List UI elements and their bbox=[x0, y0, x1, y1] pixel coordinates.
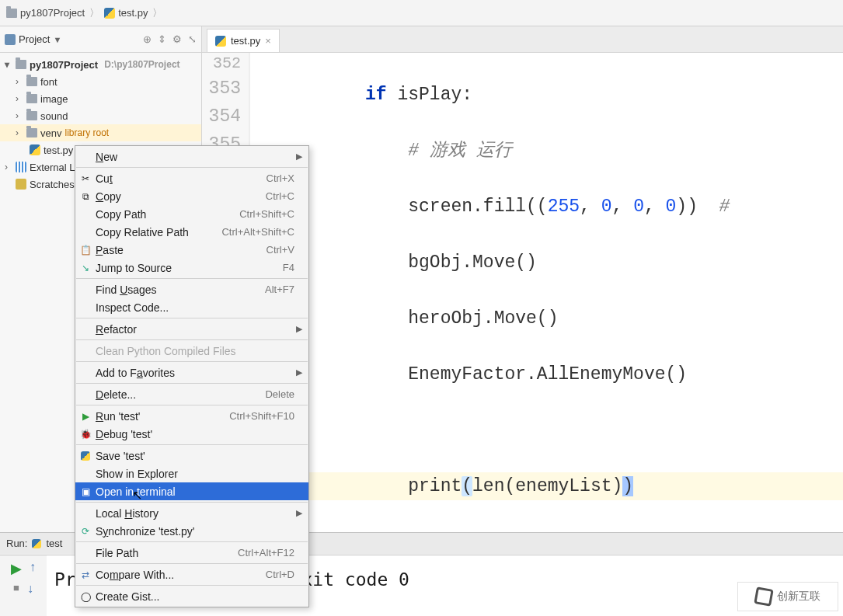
python-icon bbox=[32, 539, 41, 548]
project-icon bbox=[5, 34, 16, 45]
chevron-right-icon[interactable]: › bbox=[16, 76, 23, 87]
breadcrumb-project[interactable]: py1807Project bbox=[6, 7, 85, 19]
menu-debug-test[interactable]: 🐞Debug 'test' bbox=[75, 425, 308, 443]
tree-root-path: D:\py1807Project bbox=[104, 59, 179, 70]
play-icon[interactable]: ▶ bbox=[11, 560, 22, 577]
chevron-right-icon: 〉 bbox=[89, 6, 99, 20]
target-icon[interactable]: ⊕ bbox=[143, 33, 152, 45]
tab-testpy[interactable]: test.py × bbox=[207, 29, 280, 52]
chevron-right-icon: ▶ bbox=[296, 367, 302, 378]
menu-create-gist[interactable]: ◯Create Gist... bbox=[75, 587, 308, 605]
chevron-right-icon: 〉 bbox=[152, 6, 162, 20]
breadcrumb-project-label: py1807Project bbox=[20, 7, 85, 19]
scratches-icon bbox=[16, 179, 26, 190]
hide-icon[interactable]: ⤡ bbox=[188, 33, 197, 45]
chevron-down-icon[interactable]: ▾ bbox=[5, 59, 12, 70]
menu-find-usages[interactable]: Find UsagesAlt+F7 bbox=[75, 280, 308, 298]
menu-jump-to-source[interactable]: ↘Jump to SourceF4 bbox=[75, 259, 308, 277]
folder-icon bbox=[26, 111, 37, 120]
breadcrumb-file-label: test.py bbox=[118, 7, 148, 19]
logo-text: 创新互联 bbox=[777, 590, 820, 604]
tree-folder-font[interactable]: ›font bbox=[0, 73, 201, 90]
menu-save-test[interactable]: Save 'test' bbox=[75, 447, 308, 465]
folder-icon bbox=[26, 128, 37, 137]
libraries-icon bbox=[16, 162, 26, 172]
menu-open-in-terminal[interactable]: ▣Open in terminal bbox=[75, 482, 308, 500]
tree-folder-sound[interactable]: ›sound bbox=[0, 107, 201, 124]
chevron-right-icon[interactable]: › bbox=[5, 162, 12, 172]
close-icon[interactable]: × bbox=[265, 35, 271, 47]
python-icon bbox=[30, 144, 40, 155]
stop-icon[interactable]: ■ bbox=[13, 582, 19, 596]
copy-icon: ⧉ bbox=[80, 191, 91, 202]
tree-root-label: py1807Project bbox=[30, 59, 98, 71]
python-icon bbox=[104, 8, 115, 19]
menu-clean-compiled: Clean Python Compiled Files bbox=[75, 342, 308, 360]
code-content[interactable]: if isPlay: # 游戏 运行 screen.fill((255, 0, … bbox=[250, 53, 843, 533]
tab-label: test.py bbox=[231, 35, 260, 47]
cut-icon: ✂ bbox=[80, 173, 91, 184]
library-root-badge: library root bbox=[64, 127, 109, 138]
logo-icon bbox=[754, 586, 773, 606]
terminal-icon: ▣ bbox=[80, 486, 91, 497]
jump-icon: ↘ bbox=[80, 263, 91, 273]
up-icon[interactable]: ↑ bbox=[30, 560, 36, 577]
tree-folder-venv[interactable]: ›venv library root bbox=[0, 124, 201, 141]
context-menu: New▶ ✂CutCtrl+X ⧉CopyCtrl+C Copy PathCtr… bbox=[75, 145, 309, 607]
tree-folder-image[interactable]: ›image bbox=[0, 90, 201, 107]
chevron-right-icon[interactable]: › bbox=[16, 127, 23, 138]
chevron-right-icon[interactable]: › bbox=[16, 93, 23, 104]
run-config-name: test bbox=[46, 538, 62, 549]
github-icon: ◯ bbox=[80, 591, 91, 602]
down-icon[interactable]: ↓ bbox=[27, 582, 33, 596]
menu-cut[interactable]: ✂CutCtrl+X bbox=[75, 169, 308, 187]
play-icon: ▶ bbox=[80, 411, 91, 422]
menu-new[interactable]: New▶ bbox=[75, 148, 308, 165]
breadcrumb: py1807Project 〉 test.py 〉 bbox=[0, 0, 843, 26]
folder-icon bbox=[16, 60, 26, 69]
sidebar-header: Project ▼ ⊕ ⇕ ⚙ ⤡ bbox=[0, 26, 201, 53]
tree-root[interactable]: ▾ py1807Project D:\py1807Project bbox=[0, 56, 201, 73]
bug-icon: 🐞 bbox=[80, 429, 91, 440]
menu-run-test[interactable]: ▶Run 'test'Ctrl+Shift+F10 bbox=[75, 407, 308, 425]
menu-copy-path[interactable]: Copy PathCtrl+Shift+C bbox=[75, 205, 308, 223]
python-icon bbox=[215, 36, 226, 47]
gear-icon[interactable]: ⚙ bbox=[172, 33, 182, 45]
chevron-right-icon[interactable]: › bbox=[16, 110, 23, 121]
menu-copy-relative-path[interactable]: Copy Relative PathCtrl+Alt+Shift+C bbox=[75, 223, 308, 241]
menu-copy[interactable]: ⧉CopyCtrl+C bbox=[75, 187, 308, 205]
folder-icon bbox=[26, 94, 37, 103]
run-tools: ▶ ↑ ■ ↓ bbox=[0, 555, 47, 616]
paste-icon: 📋 bbox=[80, 245, 91, 256]
menu-local-history[interactable]: Local History▶ bbox=[75, 504, 308, 522]
menu-inspect-code[interactable]: Inspect Code... bbox=[75, 298, 308, 316]
folder-icon bbox=[26, 77, 37, 86]
menu-synchronize[interactable]: ⟳Synchronize 'test.py' bbox=[75, 522, 308, 540]
compare-icon: ⇄ bbox=[80, 569, 91, 580]
menu-refactor[interactable]: Refactor▶ bbox=[75, 320, 308, 338]
menu-compare-with[interactable]: ⇄Compare With...Ctrl+D bbox=[75, 566, 308, 583]
chevron-down-icon[interactable]: ▼ bbox=[53, 35, 61, 44]
chevron-right-icon: ▶ bbox=[296, 508, 302, 518]
folder-icon bbox=[6, 9, 17, 18]
menu-show-explorer[interactable]: Show in Explorer bbox=[75, 465, 308, 482]
collapse-icon[interactable]: ⇕ bbox=[158, 33, 166, 45]
breadcrumb-file[interactable]: test.py bbox=[104, 7, 148, 19]
chevron-right-icon: ▶ bbox=[296, 324, 302, 334]
cursor-icon: ↖ bbox=[132, 488, 142, 503]
sidebar-title-label[interactable]: Project bbox=[19, 33, 50, 45]
run-label: Run: bbox=[6, 538, 27, 549]
sync-icon: ⟳ bbox=[80, 526, 91, 537]
watermark-logo: 创新互联 bbox=[737, 582, 838, 611]
editor-tabs: test.py × bbox=[202, 26, 843, 53]
chevron-right-icon: ▶ bbox=[296, 151, 302, 162]
menu-paste[interactable]: 📋PasteCtrl+V bbox=[75, 241, 308, 259]
menu-add-favorites[interactable]: Add to Favorites▶ bbox=[75, 364, 308, 381]
python-icon bbox=[80, 451, 91, 461]
menu-delete[interactable]: Delete...Delete bbox=[75, 385, 308, 403]
menu-file-path[interactable]: File PathCtrl+Alt+F12 bbox=[75, 544, 308, 562]
